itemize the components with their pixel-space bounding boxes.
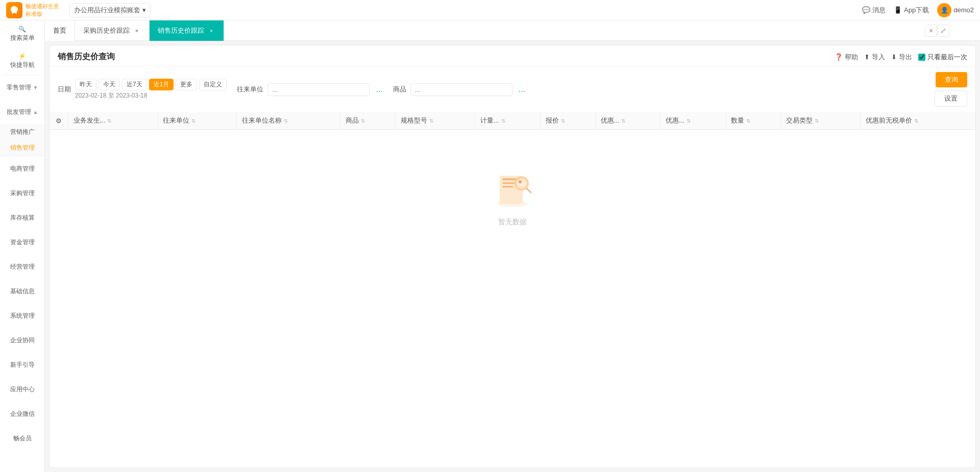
tab-sales-label: 销售历史价跟踪 [158,26,204,35]
sidebar-item-inventory[interactable]: 库存核算 [0,205,44,230]
partner-filter-group: 往来单位 ... [237,83,382,96]
date-btn-custom[interactable]: 自定义 [199,79,227,90]
th-quote[interactable]: 报价 ⇅ [540,112,595,130]
sidebar-label-purchase: 采购管理 [10,189,35,198]
only-last-checkbox[interactable] [918,54,925,61]
goods-input[interactable] [410,83,512,96]
close-all-icon: × [929,27,933,35]
th-discount2[interactable]: 优惠... ⇅ [660,112,726,130]
sidebar: 🔍 搜索菜单 ⚡ 快捷导航 零售管理 ▼ 批发管理 ▲ 营销推广 销售管理 电商… [0,20,45,472]
tab-maximize-button[interactable]: ⤢ [937,25,949,37]
svg-point-6 [517,178,527,188]
sort-icon-partner-name: ⇅ [284,118,288,124]
sidebar-item-basic-info[interactable]: 基础信息 [0,279,44,303]
th-partner-code[interactable]: 往来单位 ⇅ [157,112,237,130]
sidebar-item-purchase[interactable]: 采购管理 [0,181,44,205]
tab-purchase-history[interactable]: 采购历史价跟踪 × [75,20,150,41]
tab-home-label: 首页 [53,26,66,35]
wholesale-submenu: 营销推广 销售管理 [0,124,44,156]
tab-home[interactable]: 首页 [45,20,75,41]
only-last-checkbox-label[interactable]: 只看最后一次 [918,53,967,62]
th-settings[interactable]: ⚙ [50,112,68,130]
th-quantity[interactable]: 数量 ⇅ [726,112,781,130]
date-btn-last1month[interactable]: 近1月 [149,79,174,90]
help-button[interactable]: ❓ 帮助 [835,53,858,62]
selector-chevron-icon: ▾ [142,6,146,14]
sidebar-label-operations: 经营管理 [10,263,35,271]
th-goods[interactable]: 商品 ⇅ [340,112,396,130]
goods-filter-label: 商品 [393,85,406,94]
data-table: ⚙ 业务发生... ⇅ 往来单 [50,112,975,130]
sidebar-item-guide[interactable]: 新手引导 [0,352,44,377]
export-button[interactable]: ⬇ 导出 [891,53,912,62]
sort-icon-unit: ⇅ [501,118,505,124]
date-buttons: 昨天 今天 近7天 近1月 更多 自定义 [75,79,227,90]
partner-search-dots[interactable]: ... [376,85,382,94]
user-info[interactable]: 👤 demo2 [937,3,974,17]
only-last-label: 只看最后一次 [927,53,967,62]
sidebar-item-quick-nav[interactable]: ⚡ 快捷导航 [0,48,44,75]
th-discount1[interactable]: 优惠... ⇅ [595,112,660,130]
th-spec[interactable]: 规格型号 ⇅ [396,112,475,130]
sidebar-item-search[interactable]: 🔍 搜索菜单 [0,20,44,48]
sub-item-marketing[interactable]: 营销推广 [0,124,44,140]
date-btn-more[interactable]: 更多 [176,79,197,90]
date-btn-yesterday[interactable]: 昨天 [75,79,96,90]
sort-icon-discount1: ⇅ [621,118,625,124]
sort-icon-discount2: ⇅ [687,118,691,124]
import-button[interactable]: ⬆ 导入 [864,53,885,62]
header-right: 💬 消息 📱 App下载 👤 demo2 [862,3,974,17]
content-area: 首页 采购历史价跟踪 × 销售历史价跟踪 × × ⤢ 销售历 [45,20,980,472]
sidebar-label-enterprise-collab: 企业协同 [10,336,35,345]
sort-icon-pre-tax: ⇅ [914,118,918,124]
date-filter-label: 日期 [58,85,71,94]
sidebar-item-finance[interactable]: 资金管理 [0,230,44,254]
logo-area: 畅捷通好生意 标准版 [6,2,59,18]
sidebar-item-app-center[interactable]: 应用中心 [0,377,44,402]
sub-item-sales-mgmt[interactable]: 销售管理 [0,140,44,156]
app-download-button[interactable]: 📱 App下载 [894,6,929,15]
date-col: 昨天 今天 近7天 近1月 更多 自定义 2023-02-18 至 2023-0… [75,79,227,100]
help-label: 帮助 [845,53,858,62]
th-biz-date[interactable]: 业务发生... ⇅ [68,112,157,130]
tab-purchase-close[interactable]: × [133,27,141,35]
query-button[interactable]: 查询 [936,72,967,87]
sidebar-label-wholesale: 批发管理 [7,108,31,116]
date-btn-today[interactable]: 今天 [99,79,120,90]
partner-input[interactable] [267,83,370,96]
tab-close-all-button[interactable]: × [925,25,937,37]
goods-search-dots[interactable]: ... [519,85,525,94]
th-trade-type[interactable]: 交易类型 ⇅ [781,112,861,130]
svg-line-7 [527,188,531,193]
sidebar-item-vip[interactable]: 畅会员 [0,426,44,451]
sidebar-item-system[interactable]: 系统管理 [0,303,44,328]
app-download-label: App下载 [904,6,929,15]
selector-label: 办公用品行业模拟账套 [74,6,140,15]
sort-icon-goods: ⇅ [361,118,365,124]
main-layout: 🔍 搜索菜单 ⚡ 快捷导航 零售管理 ▼ 批发管理 ▲ 营销推广 销售管理 电商… [0,20,980,472]
import-label: 导入 [872,53,885,62]
table-container: ⚙ 业务发生... ⇅ 往来单 [50,112,975,467]
message-button[interactable]: 💬 消息 [862,6,886,15]
sidebar-item-enterprise-collab[interactable]: 企业协同 [0,328,44,352]
sidebar-item-operations[interactable]: 经营管理 [0,254,44,279]
sidebar-item-ecommerce[interactable]: 电商管理 [0,156,44,181]
sort-icon-quote: ⇅ [561,118,565,124]
tab-sales-close[interactable]: × [207,27,215,35]
sidebar-item-wholesale[interactable]: 批发管理 ▲ [0,100,44,124]
th-partner-name[interactable]: 往来单位名称 ⇅ [237,112,340,130]
empty-illustration [487,160,538,211]
page-inner: 销售历史价查询 ❓ 帮助 ⬆ 导入 ⬇ 导出 [49,45,976,468]
date-btn-last7[interactable]: 近7天 [122,79,147,90]
search-icon: 🔍 [18,26,26,33]
sidebar-item-enterprise-wechat[interactable]: 企业微信 [0,402,44,426]
page-title: 销售历史价查询 [58,52,115,62]
goods-filter-group: 商品 ... [393,83,525,96]
th-pre-tax[interactable]: 优惠前无税单价 ⇅ [860,112,975,130]
th-unit[interactable]: 计量... ⇅ [475,112,540,130]
app-selector[interactable]: 办公用品行业模拟账套 ▾ [69,3,151,17]
svg-rect-3 [502,182,517,184]
tab-sales-history[interactable]: 销售历史价跟踪 × [150,20,224,41]
settings-button[interactable]: 设置 [935,90,967,107]
sidebar-item-retail[interactable]: 零售管理 ▼ [0,75,44,100]
